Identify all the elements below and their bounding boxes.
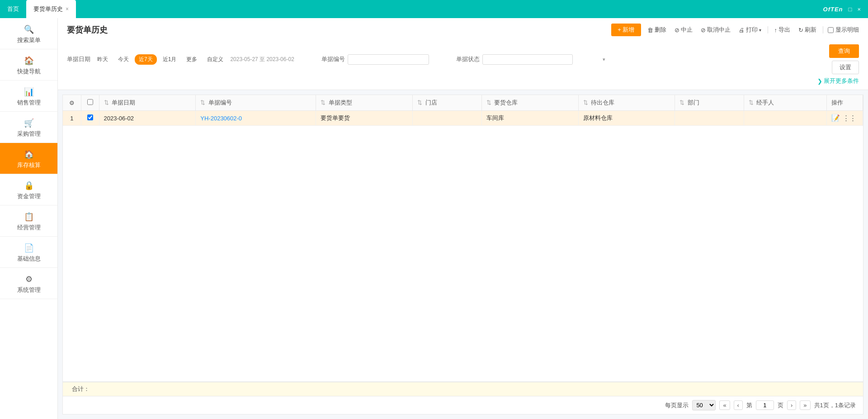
- sidebar: 🔍 搜索菜单 🏠 快捷导航 📊 销售管理 🛒 采购管理 🏠 库存核算 🔒 资金管…: [0, 18, 58, 419]
- show-detail-label: 显示明细: [835, 26, 859, 34]
- th-settings[interactable]: ⚙: [63, 95, 81, 111]
- th-doc-date-label: 单据日期: [112, 99, 135, 106]
- operations-icon: 📋: [24, 212, 34, 222]
- toolbar-divider-2: [823, 26, 823, 33]
- sidebar-item-search[interactable]: 🔍 搜索菜单: [0, 18, 57, 49]
- query-button[interactable]: 查询: [829, 44, 859, 58]
- td-doc-type: 要货单要货: [316, 111, 413, 126]
- th-pending-warehouse[interactable]: ⇅ 待出仓库: [578, 95, 675, 111]
- th-doc-type[interactable]: ⇅ 单据类型: [316, 95, 413, 111]
- sort-icon-3: ⇅: [321, 99, 326, 106]
- select-chevron-icon: ▾: [603, 57, 605, 62]
- toolbar-divider-1: [768, 26, 768, 33]
- table-header-row: ⚙ ⇅ 单据日期 ⇅ 单据编号: [63, 95, 863, 111]
- table-header: ⚙ ⇅ 单据日期 ⇅ 单据编号: [63, 95, 863, 111]
- delete-button[interactable]: 🗑 删除: [646, 25, 668, 35]
- sidebar-label-operations: 经营管理: [17, 224, 41, 232]
- doc-status-select[interactable]: [482, 54, 573, 65]
- page-header: 要货单历史 + 新增 🗑 删除 ⊘ 中止 ⊘ 取消中止: [58, 18, 868, 90]
- show-detail-check[interactable]: 显示明细: [828, 26, 859, 34]
- sidebar-item-system[interactable]: ⚙ 系统管理: [0, 268, 57, 299]
- th-doc-type-label: 单据类型: [329, 99, 352, 106]
- sidebar-item-purchase[interactable]: 🛒 采购管理: [0, 112, 57, 143]
- requisition-table: ⚙ ⇅ 单据日期 ⇅ 单据编号: [63, 95, 863, 126]
- select-all-checkbox[interactable]: [87, 99, 93, 105]
- sort-icon-4: ⇅: [417, 99, 422, 106]
- print-button[interactable]: 🖨 打印 ▾: [737, 25, 763, 35]
- cancel-stop-button[interactable]: ⊘ 取消中止: [699, 25, 732, 35]
- first-page-button[interactable]: «: [719, 400, 730, 410]
- tab-home[interactable]: 首页: [0, 0, 26, 18]
- table-body: 1 2023-06-02 YH-20230602-0 要货单要货 车间库 原材料…: [63, 111, 863, 126]
- close-icon[interactable]: ×: [857, 6, 861, 13]
- sidebar-label-system: 系统管理: [17, 286, 41, 294]
- next-page-button[interactable]: ›: [787, 400, 796, 410]
- expand-more-row: ❯ 展开更多条件: [67, 77, 859, 85]
- doc-date-label: 单据日期: [67, 55, 90, 63]
- doc-number-label: 单据编号: [321, 55, 345, 63]
- row-checkbox[interactable]: [87, 114, 93, 120]
- th-doc-date[interactable]: ⇅ 单据日期: [99, 95, 196, 111]
- restore-icon[interactable]: □: [849, 6, 852, 13]
- th-department[interactable]: ⇅ 部门: [675, 95, 744, 111]
- refresh-label: 刷新: [805, 26, 816, 34]
- doc-number-input[interactable]: [348, 54, 429, 65]
- more-icon[interactable]: ⋮⋮: [843, 114, 856, 122]
- cancel-stop-label: 取消中止: [707, 26, 731, 34]
- sidebar-item-operations[interactable]: 📋 经营管理: [0, 205, 57, 237]
- tab-requisition-label: 要货单历史: [33, 5, 63, 13]
- filter-date-group: 单据日期 昨天 今天 近7天 近1月 更多 自定义 2023-05-27 至 2…: [67, 54, 294, 65]
- date-btn-more[interactable]: 更多: [182, 54, 201, 65]
- td-operations: 📝 ⋮⋮: [827, 111, 863, 126]
- stop-button[interactable]: ⊘ 中止: [673, 25, 694, 35]
- td-store: [413, 111, 481, 126]
- export-button[interactable]: ↑ 导出: [773, 25, 793, 35]
- page-size-select[interactable]: 20 50 100: [692, 400, 716, 410]
- sidebar-item-inventory[interactable]: 🏠 库存核算: [0, 143, 57, 174]
- date-btn-today[interactable]: 今天: [114, 54, 133, 65]
- th-checkbox: [81, 95, 99, 111]
- settings-button[interactable]: 设置: [832, 61, 859, 74]
- chart-icon: 📊: [24, 87, 34, 97]
- td-doc-number[interactable]: YH-20230602-0: [196, 111, 316, 126]
- th-handler[interactable]: ⇅ 经手人: [744, 95, 826, 111]
- sidebar-item-sales[interactable]: 📊 销售管理: [0, 81, 57, 112]
- tab-close-icon[interactable]: ×: [66, 6, 69, 12]
- th-req-warehouse[interactable]: ⇅ 要货仓库: [481, 95, 578, 111]
- sort-icon-6: ⇅: [583, 99, 588, 106]
- sidebar-item-quick-nav[interactable]: 🏠 快捷导航: [0, 49, 57, 81]
- top-bar-right: OfTEn □ ×: [823, 6, 868, 13]
- delete-label: 删除: [655, 26, 666, 34]
- sidebar-label-search: 搜索菜单: [17, 36, 41, 44]
- expand-more-button[interactable]: ❯ 展开更多条件: [817, 77, 859, 85]
- date-btn-yesterday[interactable]: 昨天: [93, 54, 112, 65]
- row-operations: 📝 ⋮⋮: [831, 114, 858, 122]
- sidebar-label-quick-nav: 快捷导航: [17, 67, 41, 76]
- th-operations-label: 操作: [831, 99, 843, 106]
- doc-number-link[interactable]: YH-20230602-0: [200, 115, 242, 122]
- jump-unit: 页: [778, 401, 783, 409]
- export-label: 导出: [778, 26, 790, 34]
- sidebar-label-purchase: 采购管理: [17, 130, 41, 138]
- tab-requisition-history[interactable]: 要货单历史 ×: [26, 0, 76, 18]
- th-store[interactable]: ⇅ 门店: [413, 95, 481, 111]
- page-title-row: 要货单历史 + 新增 🗑 删除 ⊘ 中止 ⊘ 取消中止: [67, 24, 859, 36]
- date-btn-last1month[interactable]: 近1月: [159, 54, 181, 65]
- sidebar-item-finance[interactable]: 🔒 资金管理: [0, 174, 57, 205]
- th-operations: 操作: [827, 95, 863, 111]
- edit-icon[interactable]: 📝: [831, 114, 840, 122]
- tab-home-label: 首页: [7, 5, 19, 13]
- th-doc-number-label: 单据编号: [208, 99, 232, 106]
- show-detail-checkbox[interactable]: [828, 27, 834, 33]
- refresh-button[interactable]: ↻ 刷新: [797, 25, 818, 35]
- prev-page-button[interactable]: ‹: [734, 400, 743, 410]
- new-button[interactable]: + 新增: [611, 24, 641, 36]
- th-doc-number[interactable]: ⇅ 单据编号: [196, 95, 316, 111]
- last-page-button[interactable]: »: [800, 400, 810, 410]
- page-input[interactable]: [756, 400, 774, 410]
- sidebar-item-basic-info[interactable]: 📄 基础信息: [0, 237, 57, 268]
- date-btn-last7[interactable]: 近7天: [135, 54, 157, 65]
- inventory-icon: 🏠: [24, 149, 34, 159]
- column-settings-icon[interactable]: ⚙: [69, 100, 75, 106]
- date-btn-custom[interactable]: 自定义: [203, 54, 227, 65]
